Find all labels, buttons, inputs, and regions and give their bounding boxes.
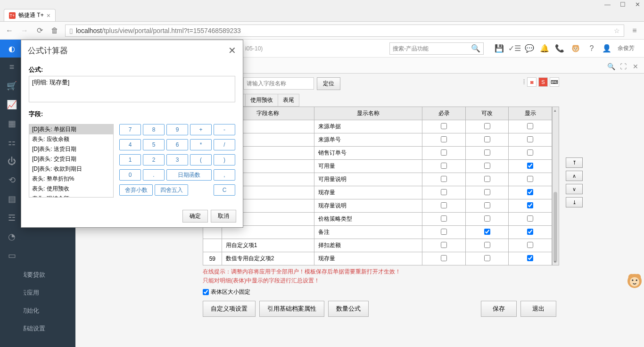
calc-clear-button[interactable]: C [214, 184, 235, 196]
save-icon[interactable]: 💾 [495, 44, 504, 53]
req-checkbox[interactable] [441, 163, 447, 169]
show-checkbox[interactable] [527, 163, 533, 169]
table-row[interactable]: 59 数值专用自定义项2 现存量 [203, 252, 552, 265]
task-icon[interactable]: ✓☰ [510, 44, 519, 53]
show-checkbox[interactable] [527, 215, 533, 222]
star-icon[interactable]: ☆ [614, 27, 620, 34]
table-row[interactable]: 说明 现存量说明 [203, 199, 552, 213]
table-row[interactable]: 现存量 [203, 186, 552, 199]
req-checkbox[interactable] [441, 255, 447, 261]
search-icon[interactable]: 🔍 [471, 44, 480, 53]
calc-7-button[interactable]: 7 [119, 124, 141, 135]
trash-icon[interactable]: 🗑 [50, 26, 59, 35]
req-checkbox[interactable] [441, 136, 447, 142]
sidebar-logo[interactable]: ◐ [0, 40, 24, 58]
table-row[interactable]: 用自定义项1 择扣差额 [203, 239, 552, 252]
edit-checkbox[interactable] [484, 189, 490, 195]
table-row[interactable]: 格类型 价格策略类型 [203, 213, 552, 226]
edit-checkbox[interactable] [484, 123, 490, 129]
req-checkbox[interactable] [441, 242, 447, 248]
calc-*-button[interactable]: * [190, 139, 212, 150]
calc-round-button[interactable]: 四舍五入 [155, 184, 188, 196]
close-panel-icon[interactable]: ✕ [632, 63, 639, 70]
qty-formula-button[interactable]: 数量公式 [328, 301, 369, 317]
field-item[interactable]: [D]表头: 送货日期 [29, 144, 113, 154]
close-window-icon[interactable]: ✕ [635, 1, 640, 8]
field-item[interactable]: 表头: 使用预收 [29, 184, 113, 194]
locate-button[interactable]: 定位 [317, 77, 340, 90]
nav-down-button[interactable]: ∨ [566, 184, 583, 194]
show-checkbox[interactable] [527, 229, 533, 235]
cancel-button[interactable]: 取消 [211, 210, 236, 223]
pie-icon[interactable]: ◔ [7, 232, 17, 241]
field-name-input[interactable] [243, 77, 314, 90]
inner-tab-footer[interactable]: 表尾 [278, 94, 299, 106]
power-icon[interactable]: ⏻ [7, 157, 17, 166]
forward-icon[interactable]: → [20, 26, 29, 35]
table-row[interactable]: 可用量 [203, 160, 552, 173]
fullscreen-icon[interactable]: ⛶ [619, 63, 627, 70]
tool-o-icon[interactable]: ◙ [527, 77, 537, 87]
dots-icon[interactable]: ⚏ [7, 138, 17, 147]
formula-input[interactable] [29, 76, 235, 102]
field-item[interactable]: 表头: 应收余额 [29, 134, 113, 144]
nav-top-button[interactable]: ⤒ [566, 157, 583, 168]
grid-icon[interactable]: ▦ [7, 119, 17, 128]
edit-checkbox[interactable] [484, 229, 490, 235]
show-checkbox[interactable] [527, 255, 533, 261]
close-icon[interactable]: ✕ [228, 45, 236, 56]
custom-item-button[interactable]: 自定义项设置 [203, 301, 256, 317]
help-icon[interactable]: ? [587, 44, 596, 53]
req-checkbox[interactable] [441, 149, 447, 156]
chart-icon[interactable]: 📈 [7, 100, 17, 109]
form-icon[interactable]: ▭ [7, 251, 17, 260]
calc-dot-button[interactable]: . [143, 169, 165, 181]
import-base-button[interactable]: 引用基础档案属性 [259, 301, 324, 317]
calc-/-button[interactable]: / [214, 139, 235, 150]
browser-tab[interactable]: T+ 畅捷通 T+ × [4, 9, 56, 21]
nav-up-button[interactable]: ∧ [566, 171, 583, 181]
table-scrollbar[interactable]: ▴ ▾ [552, 107, 559, 265]
nav-bottom-button[interactable]: ⤓ [566, 197, 583, 207]
doc-icon[interactable]: ▤ [7, 194, 17, 204]
table-row[interactable]: 号 来源单号 [203, 133, 552, 147]
edit-checkbox[interactable] [484, 163, 490, 169]
chat-icon[interactable]: 💬 [525, 44, 534, 53]
list-icon[interactable]: ☲ [7, 213, 17, 223]
zoom-icon[interactable]: 🔍 [607, 63, 615, 70]
show-checkbox[interactable] [527, 123, 533, 129]
calc-0-button[interactable]: 0 [119, 169, 141, 181]
user-icon[interactable]: 👤 [603, 44, 611, 53]
edit-checkbox[interactable] [484, 202, 490, 208]
calc-(-button[interactable]: ( [190, 154, 212, 165]
calc-3-button[interactable]: 3 [166, 154, 188, 165]
bell-icon[interactable]: 🔔 [540, 44, 549, 53]
req-checkbox[interactable] [441, 215, 447, 222]
maximize-icon[interactable]: ☐ [620, 1, 626, 8]
table-row[interactable]: 说明 可用量说明 [203, 173, 552, 186]
table-row[interactable]: 备注 [203, 226, 552, 239]
fields-list[interactable]: [D]表头: 单据日期表头: 应收余额[D]表头: 送货日期[D]表头: 交货日… [29, 124, 114, 198]
edit-checkbox[interactable] [484, 136, 490, 142]
monkey-icon[interactable] [570, 43, 581, 54]
edit-checkbox[interactable] [484, 255, 490, 261]
calc-+-button[interactable]: + [190, 124, 212, 135]
url-bar[interactable]: ▯ localhost/tplus/view/portal/portal.htm… [65, 25, 624, 37]
edit-checkbox[interactable] [484, 176, 490, 182]
loop-icon[interactable]: ⟲ [7, 175, 17, 185]
edit-checkbox[interactable] [484, 242, 490, 248]
inner-tab-prepay[interactable]: 使用预收 [246, 94, 278, 106]
reload-icon[interactable]: ⟳ [35, 26, 44, 35]
field-item[interactable]: 表头: 现结金额 [29, 194, 113, 198]
tool-keyboard-icon[interactable]: ⌨ [550, 77, 559, 87]
edit-checkbox[interactable] [484, 149, 490, 156]
show-checkbox[interactable] [527, 136, 533, 142]
exit-button[interactable]: 退出 [520, 301, 556, 317]
edit-checkbox[interactable] [484, 215, 490, 222]
calc-1-button[interactable]: 1 [119, 154, 141, 165]
calc-trunc-button[interactable]: 舍弃小数 [119, 184, 153, 196]
calc---button[interactable]: - [214, 124, 235, 135]
calc-5-button[interactable]: 5 [143, 139, 165, 150]
table-row[interactable]: 据 来源单据 [203, 120, 552, 133]
table-row[interactable]: 单号 销售订单号 [203, 147, 552, 160]
